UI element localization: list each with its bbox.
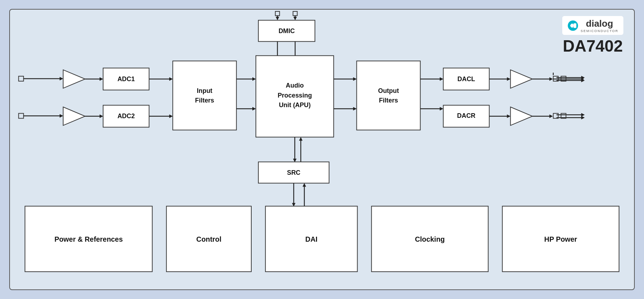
apu-label1: Audio (286, 82, 304, 89)
input-bottom-arrow (60, 114, 63, 118)
out-bot-r1-arrow (581, 113, 585, 117)
src-apu-arrow (299, 137, 302, 141)
filters-apu-bot-arrow (252, 107, 256, 111)
input-pin-bottom (18, 114, 23, 119)
output-filters-block (357, 61, 420, 130)
dacl-label: DACL (457, 75, 475, 83)
apu-label3: Unit (APU) (279, 101, 311, 109)
input-top-arrow (60, 77, 63, 80)
filters-apu-top-arrow (252, 77, 256, 81)
dai-src-arrow (302, 183, 306, 187)
dacr-label: DACR (457, 112, 476, 119)
hp-power-label: HP Power (544, 235, 577, 243)
dmic-pin-left (275, 11, 280, 16)
adc2-filter-arrow (169, 115, 173, 118)
amp-out-bot-arrow1 (549, 115, 553, 118)
filters-dacl-arrow (440, 77, 443, 81)
input-filters-label2: Filters (195, 97, 214, 104)
control-label: Control (196, 235, 221, 243)
amp-bottom (63, 107, 85, 126)
output-filters-label1: Output (378, 87, 399, 94)
adc1-label: ADC1 (117, 75, 135, 83)
adc1-filter-arrow (169, 77, 173, 81)
dai-label: DAI (305, 235, 317, 243)
diagram-container: dialog SEMICONDUCTOR DA7402 DMIC (9, 9, 635, 290)
amp-top-out-arrow (100, 77, 103, 81)
dacl-amp-arrow (507, 77, 510, 81)
dmic-label: DMIC (279, 27, 295, 35)
amp-out-bottom (510, 107, 532, 126)
power-refs-label: Power & References (54, 235, 123, 243)
apu-outfilter-top-arrow (353, 77, 357, 81)
input-pin-top (18, 76, 23, 81)
dmic-right-arrow-head (293, 17, 297, 20)
dacr-amp-arrow (507, 115, 510, 118)
input-filters-label1: Input (197, 87, 213, 94)
amp-out-top-arrow1 (549, 77, 553, 81)
apu-label2: Processing (278, 92, 312, 99)
dmic-pin-right (293, 11, 297, 16)
amp-out-top (510, 70, 532, 88)
amp-top (63, 70, 85, 88)
input-filters-block (173, 61, 236, 130)
output-filters-label2: Filters (379, 97, 398, 104)
dmic-left-arrow-head (276, 17, 279, 20)
clocking-label: Clocking (415, 235, 445, 243)
apu-outfilter-bot-arrow (353, 107, 357, 111)
main-diagram-svg: DMIC ADC1 (10, 10, 634, 289)
adc2-label: ADC2 (117, 112, 135, 120)
out-bot-r2-arrow (581, 116, 585, 119)
filters-dacr-arrow (440, 107, 443, 111)
amp-bottom-out-arrow (100, 115, 103, 118)
src-label: SRC (287, 169, 301, 176)
